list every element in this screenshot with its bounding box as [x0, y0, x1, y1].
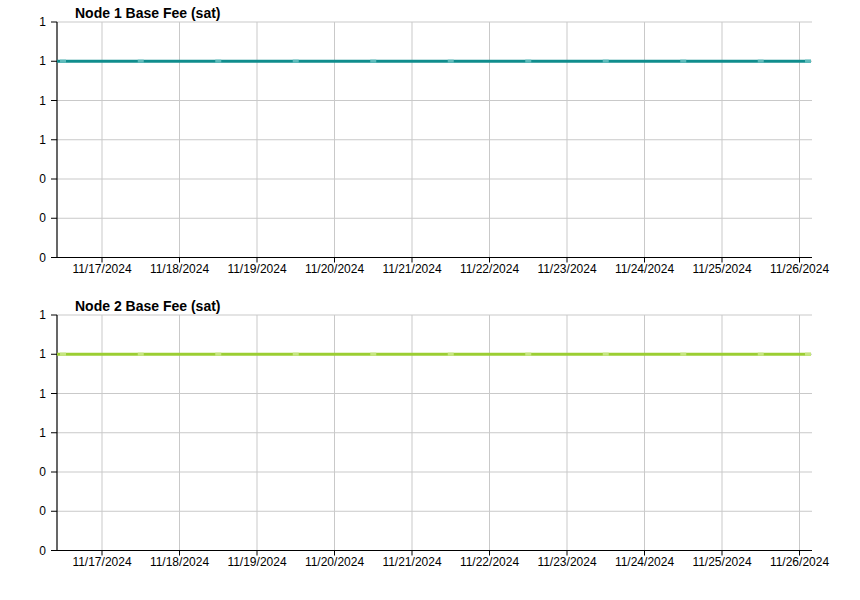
y-tick-label: 0	[39, 504, 46, 518]
x-tick-labels: 11/17/202411/18/202411/19/202411/20/2024…	[72, 555, 829, 569]
gridlines	[57, 315, 812, 551]
x-tick-label: 11/23/2024	[537, 555, 596, 569]
line-chart-node-1: 111100011/17/202411/18/202411/19/202411/…	[0, 0, 860, 300]
x-tick-label: 11/17/2024	[72, 262, 131, 276]
x-tick-label: 11/21/2024	[382, 555, 441, 569]
x-tick-label: 11/23/2024	[537, 262, 596, 276]
x-tick-label: 11/22/2024	[460, 555, 519, 569]
y-tick-labels: 1111000	[39, 308, 46, 558]
x-tick-label: 11/21/2024	[382, 262, 441, 276]
y-tick-label: 1	[39, 133, 46, 147]
x-tick-label: 11/17/2024	[72, 555, 131, 569]
x-tick-label: 11/24/2024	[615, 555, 674, 569]
tick-marks	[51, 315, 800, 556]
x-tick-label: 11/19/2024	[227, 262, 286, 276]
line-chart-node-2: 111100011/17/202411/18/202411/19/202411/…	[0, 293, 860, 593]
y-tick-label: 1	[39, 347, 46, 361]
y-tick-label: 1	[39, 387, 46, 401]
x-tick-label: 11/26/2024	[770, 262, 829, 276]
y-tick-label: 1	[39, 54, 46, 68]
x-tick-label: 11/19/2024	[227, 555, 286, 569]
charts-panel: Node 1 Base Fee (sat) 111100011/17/20241…	[0, 0, 860, 600]
tick-marks	[51, 22, 800, 263]
gridlines	[57, 22, 812, 258]
chart-title: Node 2 Base Fee (sat)	[75, 298, 221, 314]
x-tick-label: 11/24/2024	[615, 262, 674, 276]
x-tick-label: 11/25/2024	[692, 555, 751, 569]
x-tick-label: 11/22/2024	[460, 262, 519, 276]
y-tick-label: 1	[39, 308, 46, 322]
y-tick-label: 1	[39, 426, 46, 440]
chart-node-2-base-fee: Node 2 Base Fee (sat) 111100011/17/20241…	[0, 293, 860, 593]
x-tick-label: 11/20/2024	[305, 555, 364, 569]
y-tick-label: 0	[39, 251, 46, 265]
x-tick-label: 11/25/2024	[692, 262, 751, 276]
x-tick-labels: 11/17/202411/18/202411/19/202411/20/2024…	[72, 262, 829, 276]
y-tick-label: 0	[39, 544, 46, 558]
x-tick-label: 11/20/2024	[305, 262, 364, 276]
chart-node-1-base-fee: Node 1 Base Fee (sat) 111100011/17/20241…	[0, 0, 860, 300]
y-tick-label: 0	[39, 172, 46, 186]
chart-title: Node 1 Base Fee (sat)	[75, 5, 221, 21]
y-tick-label: 0	[39, 465, 46, 479]
y-tick-label: 0	[39, 211, 46, 225]
y-tick-label: 1	[39, 94, 46, 108]
y-tick-label: 1	[39, 15, 46, 29]
x-tick-label: 11/18/2024	[150, 555, 209, 569]
y-tick-labels: 1111000	[39, 15, 46, 265]
x-tick-label: 11/18/2024	[150, 262, 209, 276]
x-tick-label: 11/26/2024	[770, 555, 829, 569]
